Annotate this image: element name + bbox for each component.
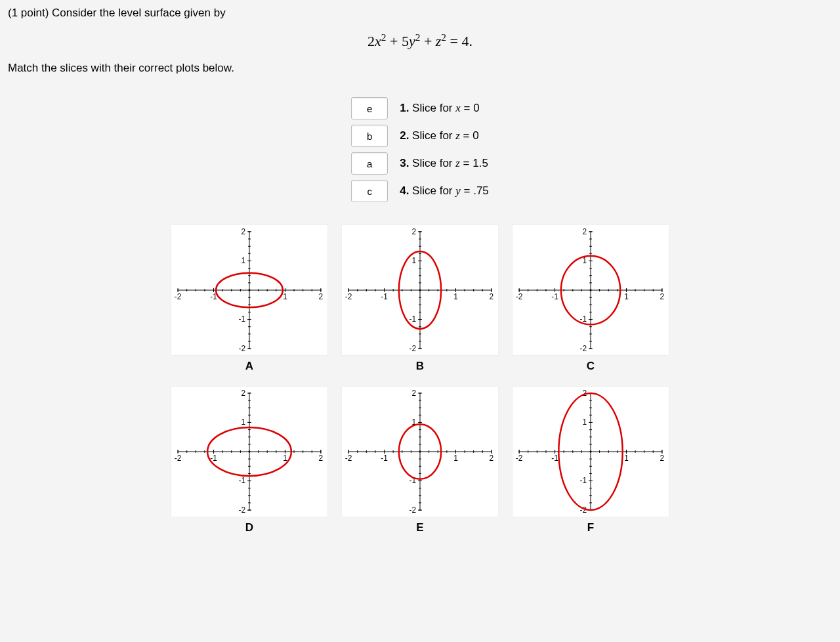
svg-text:2: 2 [319, 292, 324, 301]
svg-text:-2: -2 [238, 344, 245, 353]
svg-text:1: 1 [624, 454, 629, 463]
svg-text:1: 1 [241, 257, 245, 266]
plot-label-F: F [512, 521, 669, 534]
instruction-text: Match the slices with their correct plot… [8, 62, 832, 75]
svg-text:2: 2 [241, 389, 245, 398]
svg-text:-1: -1 [551, 454, 558, 463]
plot-E: -2-2-1-11122 [341, 386, 499, 517]
plot-D: -2-2-1-11122 [171, 386, 328, 517]
svg-text:2: 2 [490, 454, 494, 463]
svg-text:2: 2 [411, 389, 416, 398]
svg-text:-2: -2 [345, 454, 352, 463]
svg-text:1: 1 [453, 454, 458, 463]
slice-label-1: 1. Slice for x = 0 [400, 102, 479, 115]
plot-A: -2-2-1-11122 [171, 225, 328, 356]
svg-text:2: 2 [660, 292, 665, 301]
answer-input-1[interactable] [351, 97, 388, 119]
plot-B: -2-2-1-11122 [341, 225, 499, 356]
plots-grid: -2-2-1-11122 A -2-2-1-11122 B -2-2-1-111… [171, 225, 669, 534]
plot-cell-D: -2-2-1-11122 D [171, 386, 328, 534]
svg-text:2: 2 [490, 292, 494, 301]
svg-text:-2: -2 [516, 292, 523, 301]
plot-cell-A: -2-2-1-11122 A [171, 225, 328, 373]
svg-text:-2: -2 [409, 344, 416, 353]
plot-C: -2-2-1-11122 [512, 225, 669, 356]
svg-text:-1: -1 [579, 477, 587, 486]
plot-label-C: C [512, 360, 669, 373]
prompt-text: (1 point) Consider the level surface giv… [8, 7, 832, 20]
plot-F: -2-2-1-11122 [512, 386, 669, 517]
plot-cell-E: -2-2-1-11122 E [341, 386, 499, 534]
svg-text:-1: -1 [381, 454, 388, 463]
plot-label-D: D [171, 521, 328, 534]
match-row-3: 3. Slice for z = 1.5 [351, 152, 488, 175]
svg-text:-1: -1 [409, 315, 416, 324]
plot-cell-B: -2-2-1-11122 B [341, 225, 499, 373]
slice-label-4: 4. Slice for y = .75 [400, 184, 489, 198]
equation: 2x2 + 5y2 + z2 = 4. [8, 32, 832, 50]
svg-text:1: 1 [283, 292, 287, 301]
svg-text:-2: -2 [175, 454, 182, 463]
svg-text:-2: -2 [409, 505, 416, 515]
match-row-2: 2. Slice for z = 0 [351, 125, 479, 147]
answer-input-4[interactable] [351, 180, 388, 202]
plot-label-E: E [341, 521, 499, 534]
slice-label-2: 2. Slice for z = 0 [400, 129, 479, 142]
svg-text:-2: -2 [175, 292, 182, 301]
svg-text:-1: -1 [381, 292, 388, 301]
plot-cell-C: -2-2-1-11122 C [512, 225, 669, 373]
svg-text:1: 1 [624, 292, 629, 301]
svg-text:-2: -2 [238, 505, 245, 515]
slice-label-3: 3. Slice for z = 1.5 [400, 157, 488, 170]
svg-text:1: 1 [582, 418, 587, 427]
svg-text:-2: -2 [345, 292, 352, 301]
svg-text:1: 1 [241, 418, 245, 427]
answer-input-2[interactable] [351, 125, 388, 147]
svg-text:-1: -1 [238, 315, 245, 324]
answer-input-3[interactable] [351, 152, 388, 175]
svg-text:1: 1 [411, 257, 416, 266]
svg-text:1: 1 [283, 454, 287, 463]
svg-text:2: 2 [319, 454, 324, 463]
match-row-4: 4. Slice for y = .75 [351, 180, 489, 202]
svg-text:2: 2 [241, 227, 245, 236]
svg-text:-1: -1 [551, 292, 558, 301]
svg-text:2: 2 [582, 227, 587, 236]
svg-text:2: 2 [660, 454, 665, 463]
match-block: 1. Slice for x = 0 2. Slice for z = 0 3.… [351, 95, 489, 205]
svg-text:1: 1 [453, 292, 458, 301]
plot-label-A: A [171, 360, 328, 373]
svg-text:2: 2 [411, 227, 416, 236]
svg-text:-1: -1 [238, 477, 245, 486]
match-row-1: 1. Slice for x = 0 [351, 97, 479, 119]
plot-label-B: B [341, 360, 499, 373]
svg-text:-2: -2 [516, 454, 523, 463]
svg-text:-2: -2 [579, 344, 587, 353]
plot-cell-F: -2-2-1-11122 F [512, 386, 669, 534]
